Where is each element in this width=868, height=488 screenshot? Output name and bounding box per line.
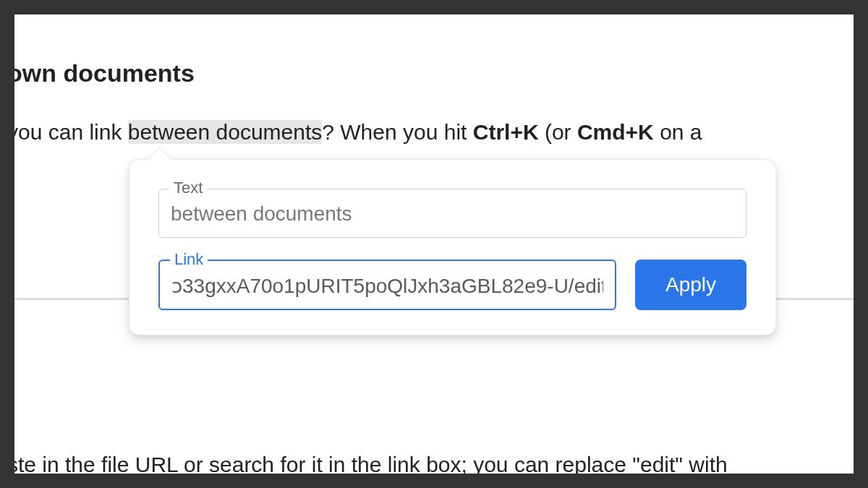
keyboard-shortcut: Ctrl+K xyxy=(473,120,539,144)
link-input[interactable] xyxy=(160,261,615,309)
text-field[interactable]: Text xyxy=(158,189,746,238)
document-content: own documents you can link between docum… xyxy=(14,14,854,149)
text-input[interactable] xyxy=(159,189,746,237)
text-fragment: ste in the file URL or search for it in … xyxy=(14,448,854,474)
text-fragment: on a xyxy=(654,120,702,144)
text-fragment: you can link xyxy=(14,120,128,144)
paragraph-2: ste in the file URL or search for it in … xyxy=(14,448,854,474)
viewport-frame: own documents you can link between docum… xyxy=(14,14,854,474)
keyboard-shortcut: Cmd+K xyxy=(577,120,654,144)
text-field-label: Text xyxy=(169,179,207,197)
text-fragment: ? When you hit xyxy=(322,120,472,144)
heading-fragment: own documents xyxy=(14,54,854,93)
link-editor-popover: Text Link Apply xyxy=(129,159,776,335)
paragraph-1: you can link between documents? When you… xyxy=(14,116,854,150)
link-field[interactable]: Link xyxy=(158,260,616,310)
selected-text[interactable]: between documents xyxy=(128,120,323,144)
apply-button[interactable]: Apply xyxy=(635,260,746,310)
link-field-label: Link xyxy=(170,250,208,269)
text-fragment: (or xyxy=(539,120,577,144)
